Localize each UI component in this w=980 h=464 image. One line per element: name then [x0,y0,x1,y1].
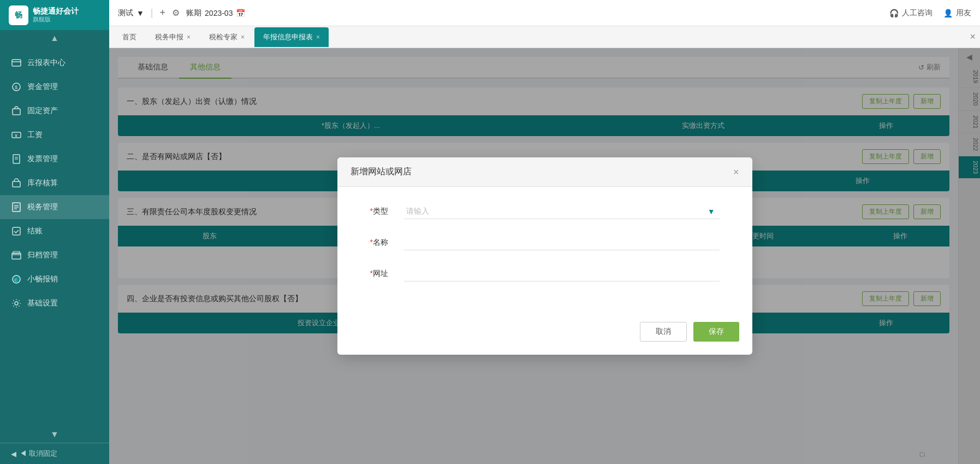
tab-annual-report-label: 年报信息申报表 [263,32,313,42]
app-logo-icon: 畅 [9,5,28,25]
app-name: 畅捷通好会计 [33,7,79,16]
required-mark-name: * [370,238,373,246]
label-url: *网址 [370,269,397,279]
svg-text:C: C [15,278,18,283]
app-subtitle: 旗舰版 [33,15,79,24]
tab-home-label: 首页 [122,32,136,42]
sidebar-unpin[interactable]: ◀ ◀ 取消固定 [0,443,109,464]
sidebar-label-tax: 税务管理 [27,202,58,212]
salary-icon: ¥ [11,130,22,140]
sidebar-item-settings[interactable]: 基础设置 [0,291,109,315]
svg-rect-10 [13,181,20,187]
headset-icon: 🎧 [889,9,899,17]
archive-icon [11,250,22,261]
xiaochang-icon: C [11,274,22,285]
sidebar-label-accounting: 结账 [27,226,43,236]
main-area: 测试 ▼ | + ⚙ 账期 2023-03 📅 🎧 人工咨询 👤 用友 首页 [109,0,980,464]
sidebar-label-invoice: 发票管理 [27,154,58,164]
sidebar-item-tax[interactable]: 税务管理 [0,195,109,219]
user-icon: 👤 [943,9,953,17]
add-company-button[interactable]: + [160,7,166,19]
type-input[interactable] [404,203,720,219]
sidebar-scroll-up[interactable]: ▲ [0,30,109,46]
sidebar-item-cloud-report[interactable]: 云报表中心 [0,51,109,75]
accounting-icon [11,226,22,237]
tab-annual-report[interactable]: 年报信息申报表 × [254,27,329,47]
inventory-icon [11,178,22,189]
invoice-icon [11,154,22,165]
input-wrap-url [404,266,720,281]
funds-icon: $ [11,81,22,92]
form-row-type: *类型 ▼ [370,203,720,219]
tab-tax-report-close[interactable]: × [187,33,191,41]
sidebar-item-archive[interactable]: 归档管理 [0,243,109,267]
unpin-icon: ◀ [11,450,16,458]
sidebar-item-xiaochang[interactable]: C 小畅报销 [0,267,109,291]
modal-header: 新增网站或网店 × [337,157,752,187]
sidebar-item-accounting[interactable]: 结账 [0,219,109,243]
sidebar-scroll-down[interactable]: ▼ [0,426,109,443]
svg-rect-15 [13,227,20,235]
sidebar-logo: 畅 畅捷通好会计 旗舰版 [0,0,109,30]
topbar: 测试 ▼ | + ⚙ 账期 2023-03 📅 🎧 人工咨询 👤 用友 [109,0,980,26]
type-dropdown-icon[interactable]: ▼ [708,207,715,216]
user-menu[interactable]: 👤 用友 [943,8,971,18]
svg-rect-4 [13,109,20,115]
svg-text:¥: ¥ [14,133,18,138]
period-value: 2023-03 [205,9,233,17]
tab-tax-report[interactable]: 税务申报 × [146,27,199,47]
input-wrap-type: ▼ [404,203,720,219]
tabs-close-all[interactable]: × [970,31,976,43]
period-selector[interactable]: 账期 2023-03 📅 [186,8,245,18]
label-type: *类型 [370,207,397,216]
input-wrap-name [404,234,720,250]
sidebar-label-xiaochang: 小畅报销 [27,274,58,284]
sidebar-label-archive: 归档管理 [27,250,58,260]
settings-icon [11,298,22,309]
sidebar-item-salary[interactable]: ¥ 工资 [0,123,109,147]
sidebar-label-inventory: 库存核算 [27,178,58,188]
svg-rect-0 [12,60,21,66]
form-row-name: *名称 [370,234,720,250]
sidebar: 畅 畅捷通好会计 旗舰版 ▲ 云报表中心 $ 资金管理 固定资产 [0,0,109,464]
name-input[interactable] [404,234,720,250]
company-selector[interactable]: 测试 ▼ [118,8,144,18]
modal-close-button[interactable]: × [733,167,739,177]
tab-tax-report-label: 税务申报 [155,32,183,42]
service-button[interactable]: 🎧 人工咨询 [889,8,933,18]
tab-annual-report-close[interactable]: × [316,33,320,41]
sidebar-nav: 云报表中心 $ 资金管理 固定资产 ¥ 工资 发票管理 [0,46,109,426]
svg-rect-16 [12,253,21,259]
tab-tax-expert[interactable]: 税检专家 × [200,27,253,47]
tabs-bar: 首页 税务申报 × 税检专家 × 年报信息申报表 × × [109,26,980,48]
svg-text:$: $ [15,85,17,90]
calendar-icon: 📅 [236,9,245,17]
form-row-url: *网址 [370,266,720,281]
sidebar-label-fixed-assets: 固定资产 [27,106,58,116]
sidebar-label-settings: 基础设置 [27,298,58,308]
sidebar-item-funds[interactable]: $ 资金管理 [0,75,109,99]
tab-home[interactable]: 首页 [114,27,145,47]
settings-button[interactable]: ⚙ [172,8,180,18]
required-mark-url: * [370,269,373,278]
cancel-button[interactable]: 取消 [640,322,687,342]
sidebar-item-inventory[interactable]: 库存核算 [0,171,109,195]
save-button[interactable]: 保存 [693,322,739,342]
company-dropdown-icon: ▼ [136,9,144,17]
sidebar-item-invoice[interactable]: 发票管理 [0,147,109,171]
tab-tax-expert-close[interactable]: × [241,33,245,41]
sidebar-item-fixed-assets[interactable]: 固定资产 [0,99,109,123]
required-mark-type: * [370,207,373,215]
modal-add-website: 新增网站或网店 × *类型 ▼ [337,157,752,355]
sidebar-label-salary: 工资 [27,130,43,140]
sidebar-label-funds: 资金管理 [27,82,58,92]
cloud-report-icon [11,57,22,68]
topbar-right: 🎧 人工咨询 👤 用友 [889,8,971,18]
fixed-assets-icon [11,105,22,116]
modal-title: 新增网站或网店 [351,166,412,178]
url-input[interactable] [404,266,720,281]
tab-tax-expert-label: 税检专家 [209,32,237,42]
period-label: 账期 [186,8,201,18]
content-area: 基础信息 其他信息 ↺ 刷新 一、股东（发起人）出资（认缴）情况 复制上 [109,48,980,464]
modal-body: *类型 ▼ *名称 [337,187,752,313]
